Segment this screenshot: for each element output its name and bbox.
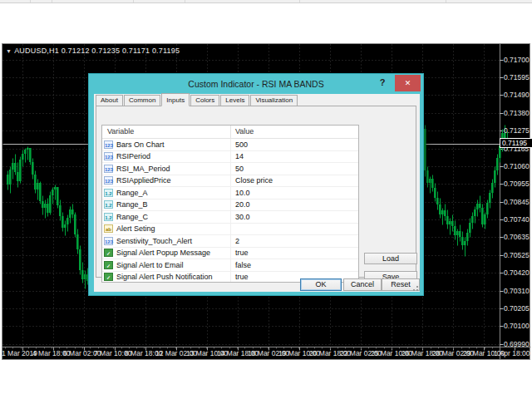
int-param-icon: 123 <box>104 237 113 245</box>
current-price-tag: 0.71195 <box>500 138 532 148</box>
tab-about[interactable]: About <box>96 95 123 106</box>
cancel-button[interactable]: Cancel <box>343 278 382 291</box>
param-row[interactable]: 123RSIPeriod14 <box>102 151 358 164</box>
param-value[interactable]: 20.0 <box>231 200 358 209</box>
param-value[interactable]: true <box>231 249 358 257</box>
price-axis-label: 0.70635 <box>504 233 530 241</box>
param-value[interactable]: 30.0 <box>231 213 358 221</box>
param-row[interactable]: 1.2Range_B20.0 <box>102 200 358 212</box>
top-toolbar-edge <box>0 0 532 3</box>
symbol-ohlc-label: ▼AUDUSD,H1 0.71212 0.71235 0.71171 0.711… <box>6 47 180 55</box>
param-row[interactable]: 123Bars On Chart500 <box>102 139 358 151</box>
param-value[interactable]: 50 <box>231 165 358 173</box>
price-axis-label: 0.70100 <box>504 322 530 330</box>
param-value[interactable]: 14 <box>231 152 358 160</box>
time-axis-label: 1 Apr 18:00 <box>494 349 530 357</box>
param-row[interactable]: ✓Signal Alert Popup Messagetrue <box>102 248 358 260</box>
load-button[interactable]: Load <box>364 253 417 264</box>
price-axis-label: 0.71595 <box>504 73 530 81</box>
metatrader-window: { "window": { "symbol_line": "AUDUSD,H1 … <box>0 0 532 399</box>
bool-param-icon: ✓ <box>104 261 113 269</box>
int-param-icon: 123 <box>104 165 113 173</box>
param-name: RSIAppliedPrice <box>116 176 171 185</box>
param-name: Range_C <box>116 213 148 221</box>
indicator-properties-dialog: Custom Indicator - RSI MA BANDS ? ✕ Abou… <box>88 73 424 296</box>
resize-grip-icon[interactable] <box>411 283 418 291</box>
param-value[interactable]: 10.0 <box>231 189 358 197</box>
dbl-param-icon: 1.2 <box>104 200 113 209</box>
param-name: Range_A <box>116 189 148 197</box>
tab-strip: AboutCommonInputsColorsLevelsVisualizati… <box>96 95 298 106</box>
param-row[interactable]: 1.2Range_C30.0 <box>102 211 358 224</box>
tab-inputs[interactable]: Inputs <box>161 93 190 106</box>
param-name: RSIPeriod <box>116 152 150 160</box>
price-axis-label: 0.69990 <box>504 340 530 348</box>
column-header-value: Value <box>231 126 358 138</box>
param-value[interactable]: false <box>231 261 358 269</box>
param-name: Alert Seting <box>116 224 155 233</box>
close-icon[interactable]: ✕ <box>395 75 421 91</box>
param-name: Senstivity_Touch_Alert <box>116 237 192 245</box>
price-axis-label: 0.70845 <box>504 198 530 206</box>
price-axis-label: 0.71490 <box>504 91 530 99</box>
dbl-param-icon: 1.2 <box>104 213 113 221</box>
parameters-table: Variable Value 123Bars On Chart500123RSI… <box>101 125 359 283</box>
price-axis-label: 0.70205 <box>504 304 530 313</box>
dbl-param-icon: 1.2 <box>104 189 113 197</box>
param-row[interactable]: 123Senstivity_Touch_Alert2 <box>102 235 358 248</box>
param-name: RSI_MA_Period <box>116 165 170 173</box>
ok-button[interactable]: OK <box>300 278 342 291</box>
bool-param-icon: ✓ <box>104 273 113 281</box>
param-value[interactable]: 500 <box>231 140 358 149</box>
int-param-icon: 123 <box>104 176 113 185</box>
price-axis-label: 0.70525 <box>504 251 530 259</box>
tab-visualization[interactable]: Visualization <box>250 95 298 106</box>
column-header-variable: Variable <box>102 126 231 138</box>
int-param-icon: 123 <box>104 152 113 160</box>
price-axis-label: 0.70420 <box>504 268 530 277</box>
dialog-content: AboutCommonInputsColorsLevelsVisualizati… <box>94 94 420 292</box>
price-axis-label: 0.71380 <box>504 109 530 117</box>
param-value[interactable]: 2 <box>231 237 358 245</box>
str-param-icon: ab <box>104 224 113 233</box>
tab-colors[interactable]: Colors <box>190 95 219 106</box>
price-axis-label: 0.71700 <box>504 56 530 64</box>
price-axis-label: 0.70955 <box>504 180 530 188</box>
inputs-tab-panel: Variable Value 123Bars On Chart500123RSI… <box>96 106 416 278</box>
price-axis-label: 0.70310 <box>504 287 530 295</box>
price-axis-label: 0.71275 <box>504 126 530 135</box>
dialog-title: Custom Indicator - RSI MA BANDS <box>89 74 423 94</box>
tab-levels[interactable]: Levels <box>220 95 249 106</box>
bool-param-icon: ✓ <box>104 249 113 257</box>
param-row[interactable]: ✓Signal Alert to Emailfalse <box>102 259 358 272</box>
param-name: Bars On Chart <box>116 140 165 149</box>
param-row[interactable]: abAlert Seting <box>102 224 358 236</box>
tab-common[interactable]: Common <box>124 95 160 106</box>
param-value[interactable]: Close price <box>231 176 358 185</box>
param-name: Signal Alert Push Notification <box>116 273 213 281</box>
param-name: Signal Alert Popup Message <box>116 249 210 257</box>
table-header: Variable Value <box>102 126 358 139</box>
param-row[interactable]: 123RSIAppliedPriceClose price <box>102 175 358 188</box>
int-param-icon: 123 <box>104 140 113 149</box>
param-name: Signal Alert to Email <box>116 261 184 269</box>
param-name: Range_B <box>116 200 148 209</box>
price-axis-label: 0.71060 <box>504 162 530 170</box>
symbol-dropdown-icon: ▼ <box>6 48 12 54</box>
price-axis-label: 0.70740 <box>504 215 530 224</box>
help-button[interactable]: ? <box>377 77 388 91</box>
param-row[interactable]: 123RSI_MA_Period50 <box>102 163 358 175</box>
param-row[interactable]: 1.2Range_A10.0 <box>102 187 358 200</box>
